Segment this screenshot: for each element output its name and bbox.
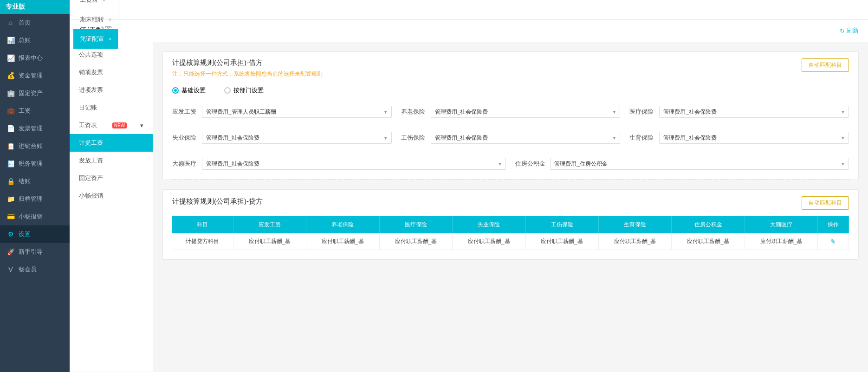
radio-department-circle — [224, 87, 231, 94]
debit-section-note: 注：只能选择一种方式，系统将按照您当前的选择来配置规则 — [172, 70, 323, 78]
sidebar-item-reports[interactable]: 📈 报表中心 — [0, 49, 70, 67]
tab-close-period-close[interactable]: × — [109, 17, 111, 22]
left-menu-label-payroll-table: 工资表 — [79, 121, 97, 129]
sidebar-items: ⌂ 首页 📊 总账 📈 报表中心 💰 资金管理 🏢 固定资产 💼 工资 📄 发票… — [0, 14, 70, 278]
col-work-injury: 工伤保险 — [525, 216, 598, 233]
field-pension: 养老保险 管理费用_社会保险费 ▼ — [401, 106, 621, 118]
sidebar-label-member: 畅会员 — [19, 265, 37, 274]
maternity-select-wrapper: 管理费用_社会保险费 ▼ — [659, 132, 849, 144]
sidebar-icon-guide: 🚀 — [6, 248, 15, 256]
content-area: 凭证配置 ↻ 刷新 公共选项销项发票进项发票日记账工资表NEW▾计提工资发放工资… — [70, 19, 868, 372]
field-major-medical: 大额医疗 管理费用_社会保险费 ▼ — [172, 158, 506, 170]
sidebar-icon-member: V — [6, 266, 15, 273]
medical-select[interactable]: 管理费用_社会保险费 — [659, 106, 849, 118]
refresh-icon: ↻ — [840, 27, 845, 34]
tab-close-voucher-config[interactable]: × — [109, 36, 111, 42]
app-edition: 专业版 — [6, 3, 25, 11]
work-injury-select[interactable]: 管理费用_社会保险费 — [431, 132, 621, 144]
sidebar-item-general-ledger[interactable]: 📊 总账 — [0, 32, 70, 49]
debit-auto-match-button[interactable]: 自动匹配科目 — [802, 58, 849, 72]
cell-medical: 应付职工薪酬_基 — [379, 233, 452, 250]
sidebar: 专业版 ⌂ 首页 📊 总账 📈 报表中心 💰 资金管理 🏢 固定资产 💼 工资 … — [0, 0, 70, 372]
cell-subject: 计提贷方科目 — [172, 233, 233, 250]
tab-period-close[interactable]: 期末结转× — [73, 10, 118, 29]
sidebar-label-archive: 归档管理 — [19, 195, 43, 203]
sidebar-icon-funds: 💰 — [6, 72, 15, 79]
major-medical-select-wrapper: 管理费用_社会保险费 ▼ — [202, 158, 506, 170]
medical-label: 医疗保险 — [629, 108, 654, 116]
sidebar-item-settings[interactable]: ⚙ 设置 — [0, 225, 70, 243]
tab-voucher-config[interactable]: 凭证配置× — [73, 29, 118, 49]
work-injury-select-wrapper: 管理费用_社会保险费 ▼ — [431, 132, 621, 144]
radio-basic-label: 基础设置 — [181, 86, 206, 95]
col-unemployment: 失业保险 — [453, 216, 525, 233]
sidebar-icon-settings: ⚙ — [6, 231, 15, 238]
pension-select-wrapper: 管理费用_社会保险费 ▼ — [431, 106, 621, 118]
credit-auto-match-button[interactable]: 自动匹配科目 — [802, 196, 849, 210]
sidebar-icon-purchase-sales: 📋 — [6, 142, 15, 150]
sidebar-item-purchase-sales[interactable]: 📋 进销台账 — [0, 137, 70, 155]
sidebar-icon-archive: 📁 — [6, 195, 15, 203]
sidebar-item-guide[interactable]: 🚀 新手引导 — [0, 243, 70, 261]
radio-department[interactable]: 按部门设置 — [224, 86, 264, 95]
sidebar-item-funds[interactable]: 💰 资金管理 — [0, 67, 70, 84]
left-menu-item-public-options[interactable]: 公共选项 — [70, 46, 153, 64]
sidebar-item-archive[interactable]: 📁 归档管理 — [0, 190, 70, 208]
credit-table-header-row: 科目 应发工资 养老保险 医疗保险 失业保险 工伤保险 生育保险 住房公积金 大… — [172, 216, 849, 233]
housing-fund-select[interactable]: 管理费用_住房公积金 — [550, 158, 849, 170]
sidebar-item-member[interactable]: V 畅会员 — [0, 261, 70, 278]
tab-label-payroll-table: 工资表 — [80, 0, 98, 4]
sidebar-item-payroll[interactable]: 💼 工资 — [0, 102, 70, 120]
work-injury-label: 工伤保险 — [401, 134, 426, 142]
sidebar-label-home: 首页 — [19, 19, 31, 27]
sidebar-item-fixed-assets[interactable]: 🏢 固定资产 — [0, 84, 70, 102]
cell-work-injury: 应付职工薪酬_基 — [525, 233, 598, 250]
main-area: 首页工资表×期末结转×凭证配置× 凭证配置 ↻ 刷新 公共选项销项发票进项发票日… — [70, 0, 868, 372]
left-menu-item-expense-report[interactable]: 小畅报销 — [70, 187, 153, 205]
sidebar-icon-payroll: 💼 — [6, 107, 15, 115]
debit-radio-group: 基础设置 按部门设置 — [163, 83, 858, 101]
radio-basic[interactable]: 基础设置 — [172, 86, 206, 95]
pension-select[interactable]: 管理费用_社会保险费 — [431, 106, 621, 118]
left-menu-label-payroll-issue: 发放工资 — [79, 156, 103, 165]
tab-payroll-table[interactable]: 工资表× — [73, 0, 118, 10]
col-medical: 医疗保险 — [379, 216, 452, 233]
left-menu-item-payroll-issue[interactable]: 发放工资 — [70, 152, 153, 169]
sidebar-label-closing: 结账 — [19, 177, 31, 186]
left-menu-item-purchase-invoice[interactable]: 进项发票 — [70, 81, 153, 99]
content-layout: 公共选项销项发票进项发票日记账工资表NEW▾计提工资发放工资固定资产小畅报销 计… — [70, 42, 868, 372]
left-menu-item-payroll-calc[interactable]: 计提工资 — [70, 134, 153, 152]
sidebar-item-invoice[interactable]: 📄 发票管理 — [0, 120, 70, 137]
field-maternity: 生育保险 管理费用_社会保险费 ▼ — [629, 132, 849, 144]
tab-close-payroll-table[interactable]: × — [103, 0, 105, 3]
major-medical-select[interactable]: 管理费用_社会保险费 — [202, 158, 506, 170]
radio-department-label: 按部门设置 — [233, 86, 264, 95]
field-unemployment: 失业保险 管理费用_社会保险费 ▼ — [172, 132, 392, 144]
left-menu-item-sales-invoice[interactable]: 销项发票 — [70, 64, 153, 81]
left-menu-item-payroll-table[interactable]: 工资表NEW▾ — [70, 116, 153, 134]
debit-section: 计提核算规则(公司承担)-借方 注：只能选择一种方式，系统将按照您当前的选择来配… — [162, 51, 859, 180]
cell-action[interactable]: ✎ — [818, 233, 849, 250]
payable-salary-label: 应发工资 — [172, 108, 197, 116]
col-major-medical: 大额医疗 — [745, 216, 817, 233]
sidebar-item-tax[interactable]: 🧾 税务管理 — [0, 155, 70, 173]
sidebar-item-closing[interactable]: 🔒 结账 — [0, 173, 70, 190]
sidebar-item-expense[interactable]: 💳 小畅报销 — [0, 208, 70, 225]
radio-basic-circle — [172, 87, 179, 94]
payable-salary-select[interactable]: 管理费用_管理人员职工薪酬 — [202, 106, 392, 118]
main-content: 计提核算规则(公司承担)-借方 注：只能选择一种方式，系统将按照您当前的选择来配… — [153, 42, 868, 372]
sidebar-item-home[interactable]: ⌂ 首页 — [0, 14, 70, 32]
left-menu-item-journal[interactable]: 日记账 — [70, 99, 153, 116]
debit-form-row1: 应发工资 管理费用_管理人员职工薪酬 ▼ 养老保险 — [163, 101, 858, 127]
edit-icon[interactable]: ✎ — [830, 238, 836, 245]
unemployment-select[interactable]: 管理费用_社会保险费 — [202, 132, 392, 144]
left-menu-label-public-options: 公共选项 — [79, 51, 103, 59]
cell-maternity: 应付职工薪酬_基 — [598, 233, 671, 250]
left-menu-item-fixed-assets[interactable]: 固定资产 — [70, 169, 153, 187]
refresh-button[interactable]: ↻ 刷新 — [840, 26, 859, 35]
page-header: 凭证配置 ↻ 刷新 — [70, 19, 868, 42]
sidebar-label-guide: 新手引导 — [19, 248, 43, 256]
col-maternity: 生育保险 — [598, 216, 671, 233]
left-menu-label-purchase-invoice: 进项发票 — [79, 86, 103, 94]
maternity-select[interactable]: 管理费用_社会保险费 — [659, 132, 849, 144]
